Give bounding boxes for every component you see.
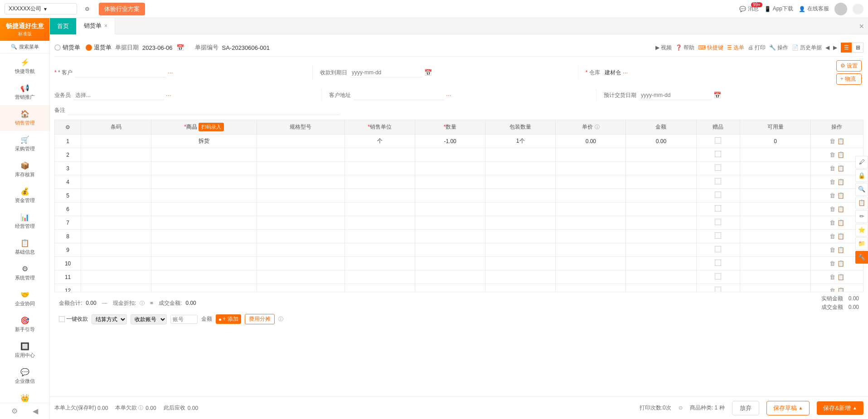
due-date-input[interactable] [350, 68, 422, 77]
experience-btn[interactable]: 体验行业方案 [99, 3, 145, 15]
row-product-4[interactable] [151, 189, 257, 202]
tab-close-all[interactable]: ✕ [859, 23, 864, 30]
row-price-2[interactable] [556, 162, 626, 175]
avatar[interactable] [834, 3, 847, 15]
row-spec-2[interactable] [257, 162, 344, 175]
row-barcode-0[interactable] [81, 135, 151, 148]
add-pay-btn[interactable]: ● + 添加 [216, 314, 241, 324]
row-product-3[interactable] [151, 175, 257, 189]
row-unit-4[interactable] [344, 189, 415, 202]
sidebar-search[interactable]: 🔍 搜索菜单 [0, 41, 49, 53]
row-barcode-5[interactable] [81, 202, 151, 216]
row-product-5[interactable] [151, 202, 257, 216]
row-gift-11[interactable] [696, 284, 740, 292]
row-qty-1[interactable] [415, 148, 485, 162]
due-date-calendar-icon[interactable]: 📅 [424, 69, 432, 76]
row-delete-4[interactable]: 🗑 [829, 192, 835, 199]
row-amount-1[interactable] [626, 148, 696, 162]
row-barcode-2[interactable] [81, 162, 151, 175]
row-copy-5[interactable]: 📋 [837, 206, 844, 212]
scan-barcode-btn[interactable]: 扫码录入 [199, 123, 224, 131]
row-product-11[interactable] [151, 284, 257, 292]
row-qty-2[interactable] [415, 162, 485, 175]
date-calendar-icon[interactable]: 📅 [176, 44, 184, 51]
row-spec-6[interactable] [257, 216, 344, 230]
row-qty-8[interactable] [415, 243, 485, 257]
float-btn-2[interactable]: 🔒 [855, 169, 868, 182]
radio-sales-order[interactable]: 销货单 [54, 43, 80, 52]
tab-sales-order[interactable]: 销货单 × [77, 18, 115, 34]
row-spec-5[interactable] [257, 202, 344, 216]
row-product-9[interactable] [151, 257, 257, 270]
tab-close-btn[interactable]: × [104, 23, 107, 29]
row-qty-10[interactable] [415, 270, 485, 284]
customer-addr-input[interactable] [354, 91, 444, 100]
sidebar-item-member[interactable]: 👑 畅会员 [0, 389, 49, 403]
user-settings[interactable] [853, 4, 863, 14]
row-price-6[interactable] [556, 216, 626, 230]
row-amount-7[interactable] [626, 230, 696, 243]
row-delete-10[interactable]: 🗑 [829, 274, 835, 280]
row-gift-2[interactable] [696, 162, 740, 175]
float-btn-6[interactable]: ⭐ [855, 224, 868, 236]
row-qty-6[interactable] [415, 216, 485, 230]
radio-return-order[interactable]: 退货单 [86, 43, 112, 52]
row-copy-3[interactable]: 📋 [837, 178, 844, 185]
row-spec-4[interactable] [257, 189, 344, 202]
row-price-5[interactable] [556, 202, 626, 216]
sidebar-item-sales[interactable]: 🏠 销售管理 [0, 105, 49, 131]
tab-home[interactable]: 首页 [50, 18, 77, 34]
row-amount-10[interactable] [626, 270, 696, 284]
save-draft-btn[interactable]: 保存草稿 ▲ [766, 401, 810, 415]
row-price-4[interactable] [556, 189, 626, 202]
row-unit-2[interactable] [344, 162, 415, 175]
row-pack-0[interactable]: 1个 [485, 135, 556, 148]
float-btn-4[interactable]: 📋 [855, 197, 868, 209]
row-copy-0[interactable]: 📋 [837, 138, 844, 144]
row-product-0[interactable]: 拆货 [151, 135, 257, 148]
row-barcode-3[interactable] [81, 175, 151, 189]
row-pack-7[interactable] [485, 230, 556, 243]
sidebar-item-operation[interactable]: 📊 经营管理 [0, 208, 49, 234]
row-spec-10[interactable] [257, 270, 344, 284]
pay-checkbox[interactable] [59, 316, 65, 322]
row-unit-1[interactable] [344, 148, 415, 162]
sidebar-collapse-btn[interactable]: ◀ [33, 407, 38, 415]
row-barcode-7[interactable] [81, 230, 151, 243]
row-copy-6[interactable]: 📋 [837, 219, 844, 226]
row-product-2[interactable] [151, 162, 257, 175]
row-qty-7[interactable] [415, 230, 485, 243]
settings-icon[interactable]: ⚙ [81, 3, 93, 15]
row-delete-7[interactable]: 🗑 [829, 233, 835, 240]
row-unit-5[interactable] [344, 202, 415, 216]
row-barcode-10[interactable] [81, 270, 151, 284]
row-barcode-6[interactable] [81, 216, 151, 230]
row-gift-6[interactable] [696, 216, 740, 230]
row-unit-10[interactable] [344, 270, 415, 284]
row-qty-4[interactable] [415, 189, 485, 202]
row-gift-0[interactable] [696, 135, 740, 148]
row-amount-5[interactable] [626, 202, 696, 216]
sidebar-item-inventory[interactable]: 📦 库存核算 [0, 157, 49, 183]
row-copy-9[interactable]: 📋 [837, 260, 844, 267]
fee-info-icon[interactable]: ⓘ [278, 316, 283, 323]
row-pack-9[interactable] [485, 257, 556, 270]
row-copy-8[interactable]: 📋 [837, 246, 844, 253]
row-gift-8[interactable] [696, 243, 740, 257]
row-gift-3[interactable] [696, 175, 740, 189]
th-settings[interactable]: ⚙ [55, 120, 81, 135]
row-barcode-8[interactable] [81, 243, 151, 257]
sidebar-item-guide[interactable]: 🎯 新手引导 [0, 312, 49, 337]
next-btn[interactable]: ▶ [833, 44, 837, 51]
settings-btn[interactable]: ⚙ 设置 [836, 60, 862, 72]
row-price-3[interactable] [556, 175, 626, 189]
row-product-10[interactable] [151, 270, 257, 284]
row-gift-1[interactable] [696, 148, 740, 162]
row-delete-0[interactable]: 🗑 [829, 138, 835, 144]
row-copy-10[interactable]: 📋 [837, 274, 844, 280]
fee-btn[interactable]: 费用分摊 [245, 314, 275, 324]
row-qty-11[interactable] [415, 284, 485, 292]
sidebar-item-wechat[interactable]: 💬 企业微信 [0, 363, 49, 389]
save-new-btn[interactable]: 保存&新增 ▲ [817, 401, 863, 415]
prev-btn[interactable]: ◀ [825, 44, 829, 51]
